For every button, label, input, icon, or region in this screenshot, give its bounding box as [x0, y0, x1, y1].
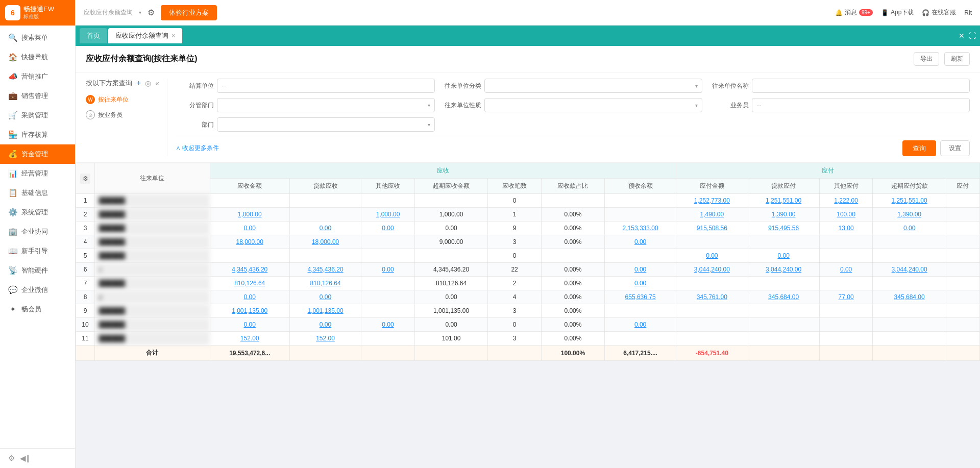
partner-name-cell: ██████ [95, 332, 210, 346]
filter-collapse-left-button[interactable]: « [155, 79, 159, 87]
overdue-pay-cell: 0.00 [873, 221, 946, 235]
sidebar-menu: 🔍 搜索菜单 🏠 快捷导航 📣 营销推广 💼 销售管理 🛒 采购管理 🏪 库存核… [0, 26, 75, 448]
sidebar-item-label: 营销推广 [21, 72, 48, 81]
sidebar-item-label: 新手引导 [21, 247, 48, 256]
pay-suffix-cell [946, 263, 979, 277]
megaphone-icon: 📣 [8, 72, 17, 81]
collapse-more-button[interactable]: ∧ 收起更多条件 [176, 144, 219, 153]
query-button[interactable]: 查询 [902, 140, 936, 156]
overdue-pay-cell: 345,684.00 [873, 290, 946, 304]
settlement-unit-label: 结算单位 [176, 82, 214, 90]
overdue-recv-cell: 1,000.00 [414, 208, 487, 221]
salesman-input[interactable]: ··· [752, 98, 970, 112]
sidebar-item-enterprise[interactable]: 🏢 企业协同 [0, 222, 75, 241]
sidebar-item-marketing[interactable]: 📣 营销推广 [0, 67, 75, 86]
sidebar-item-label: 系统管理 [21, 208, 48, 217]
sidebar-item-quicknav[interactable]: 🏠 快捷导航 [0, 47, 75, 67]
overdue-pay-cell: 1,390.00 [873, 208, 946, 221]
partner-category-input[interactable]: ▾ [484, 79, 702, 93]
customer-service-label: 在线客服 [932, 8, 956, 17]
filter-division-dept: 分管部门 ▾ [176, 98, 435, 112]
filter-settings-button[interactable]: ◎ [145, 79, 151, 87]
recv-amt-cell: 1,000.00 [210, 208, 289, 221]
partner-nature-label: 往来单位性质 [443, 101, 481, 110]
partner-name-input[interactable] [752, 79, 970, 93]
pay-amt-header: 应付金额 [676, 179, 748, 194]
member-icon: ✦ [8, 305, 17, 314]
customer-service-action[interactable]: 🎧 在线客服 [922, 8, 956, 17]
loan-recv-cell: 4,345,436.20 [289, 263, 361, 277]
sidebar-item-sales[interactable]: 💼 销售管理 [0, 86, 75, 106]
other-recv-cell [361, 194, 415, 208]
prepaid-cell: 655,636.75 [604, 290, 676, 304]
page-title: 应收应付余额查询(按往来单位) [86, 54, 198, 64]
pay-suffix-cell [946, 277, 979, 290]
chat-icon: 💬 [8, 285, 17, 294]
refresh-button[interactable]: 刷新 [944, 52, 970, 66]
dept-label: 部门 [176, 120, 214, 129]
tab-close-icon[interactable]: × [172, 32, 175, 39]
filter-salesman: 业务员 ··· [710, 98, 970, 112]
settings-button[interactable]: 设置 [940, 140, 970, 156]
recv-ratio-cell [541, 194, 604, 208]
page-content: 应收应付余额查询(按往来单位) 导出 刷新 按以下方案查询 + ◎ « [76, 46, 980, 468]
filter-nav-by-salesman[interactable]: ⊙ 按业务员 [86, 108, 161, 121]
dept-input[interactable]: ▾ [217, 117, 435, 132]
footer-collapse-icon[interactable]: ◀∥ [20, 454, 30, 463]
sidebar-item-purchase[interactable]: 🛒 采购管理 [0, 106, 75, 125]
filter-nav-salesman-icon: ⊙ [86, 110, 95, 119]
sidebar-item-finance[interactable]: 💰 资金管理 [0, 144, 75, 164]
division-dept-input[interactable]: ▾ [217, 98, 435, 112]
pay-suffix-cell [946, 194, 979, 208]
table-settings-icon[interactable]: ⚙ [80, 174, 90, 184]
filter-nav-by-partner[interactable]: W 按往来单位 [86, 93, 161, 106]
pay-suffix-cell [946, 304, 979, 318]
settlement-unit-input[interactable]: ··· [217, 79, 435, 93]
sidebar-item-inventory[interactable]: 🏪 库存核算 [0, 125, 75, 144]
loan-pay-cell [748, 304, 819, 318]
recv-amt-cell: 4,345,436.20 [210, 263, 289, 277]
partner-nature-input[interactable]: ▾ [484, 98, 702, 112]
sidebar-item-hardware[interactable]: 📡 智能硬件 [0, 261, 75, 280]
table-row: 6z4,345,436.204,345,436.200.004,345,436.… [76, 263, 980, 277]
sidebar-item-basic[interactable]: 📋 基础信息 [0, 183, 75, 203]
messages-action[interactable]: 🔔 消息 99+ [835, 8, 873, 17]
sidebar-item-member[interactable]: ✦ 畅会员 [0, 300, 75, 319]
user-profile[interactable]: Rit [964, 9, 972, 16]
sidebar-logo: 6 畅捷通EW 标准版 [0, 0, 75, 26]
recv-amt-cell: 0.00 [210, 318, 289, 332]
header-settings-icon[interactable]: ⚙ [148, 8, 155, 17]
sidebar-item-guide[interactable]: 📖 新手引导 [0, 241, 75, 261]
filter-add-button[interactable]: + [136, 79, 141, 88]
tab-bar-expand-icon[interactable]: ⛶ [969, 32, 976, 40]
export-button[interactable]: 导出 [914, 52, 939, 66]
overdue-pay-cell [873, 304, 946, 318]
sidebar-item-wechat[interactable]: 💬 企业微信 [0, 280, 75, 300]
other-pay-cell [819, 235, 873, 249]
sidebar-item-search[interactable]: 🔍 搜索菜单 [0, 28, 75, 47]
other-recv-cell [361, 277, 415, 290]
recv-ratio-cell: 0.00% [541, 290, 604, 304]
row-num: 4 [76, 235, 95, 249]
partner-name-cell: p [95, 290, 210, 304]
pay-amt-cell: 1,490.00 [676, 208, 748, 221]
pay-amt-cell [676, 332, 748, 346]
sidebar-item-label: 经营管理 [21, 169, 48, 178]
tab-bar-close-icon[interactable]: ✕ [959, 32, 965, 40]
app-download-action[interactable]: 📱 App下载 [881, 8, 914, 17]
tab-current[interactable]: 应收应付余额查询 × [108, 28, 182, 43]
filter-partner-nature: 往来单位性质 ▾ [443, 98, 702, 112]
sidebar-item-system[interactable]: ⚙️ 系统管理 [0, 203, 75, 222]
prepaid-cell: 0.00 [604, 318, 676, 332]
solution-button[interactable]: 体验行业方案 [161, 5, 217, 20]
footer-recv-total[interactable]: 19,553,472,6... [210, 346, 289, 361]
partner-name-cell: ██████ [95, 304, 210, 318]
logo-subtitle: 标准版 [23, 13, 54, 20]
loan-pay-cell: 0.00 [748, 249, 819, 263]
table-settings-header: ⚙ [76, 163, 95, 194]
recv-ratio-cell: 0.00% [541, 304, 604, 318]
other-pay-header: 其他应付 [819, 179, 873, 194]
sidebar-item-operations[interactable]: 📊 经营管理 [0, 164, 75, 183]
footer-settings-icon[interactable]: ⚙ [8, 454, 15, 463]
tab-home[interactable]: 首页 [80, 28, 107, 43]
